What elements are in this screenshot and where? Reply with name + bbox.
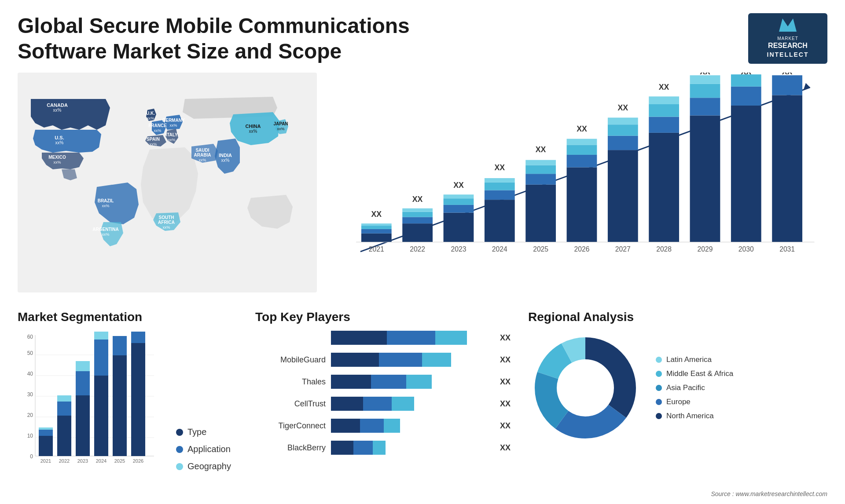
svg-text:xx%: xx%	[249, 129, 257, 134]
player-row-1: MobileGuard XX	[255, 353, 511, 367]
svg-rect-80	[649, 104, 679, 117]
legend-north-america: North America	[656, 412, 733, 420]
player-seg1-4	[331, 419, 360, 433]
svg-rect-92	[731, 74, 761, 87]
latin-america-dot	[656, 357, 662, 363]
svg-rect-45	[402, 208, 433, 212]
svg-text:2028: 2028	[656, 245, 672, 253]
svg-rect-122	[76, 395, 90, 456]
legend-type: Type	[176, 427, 231, 437]
player-seg2-1	[379, 353, 422, 367]
svg-text:xx%: xx%	[277, 127, 284, 131]
svg-rect-134	[131, 332, 145, 343]
player-seg1-1	[331, 353, 379, 367]
svg-rect-84	[690, 116, 720, 242]
svg-rect-43	[402, 217, 433, 224]
player-seg3-5	[373, 441, 386, 455]
svg-text:SPAIN: SPAIN	[147, 137, 160, 142]
svg-rect-51	[444, 195, 474, 199]
player-seg1-0	[331, 331, 387, 345]
player-name-4: TigerConnect	[255, 421, 326, 431]
svg-text:CHINA: CHINA	[246, 124, 261, 129]
player-seg3-2	[406, 375, 432, 389]
player-row-4: TigerConnect XX	[255, 419, 511, 433]
legend-geography-label: Geography	[187, 461, 231, 471]
svg-text:50: 50	[27, 350, 33, 356]
svg-rect-55	[485, 190, 515, 200]
player-label-5: XX	[500, 443, 511, 453]
svg-text:xx%: xx%	[147, 116, 154, 121]
europe-dot	[656, 399, 662, 405]
svg-rect-131	[113, 336, 127, 355]
svg-rect-63	[525, 160, 556, 165]
svg-rect-75	[608, 118, 638, 125]
svg-rect-123	[76, 371, 90, 395]
svg-text:2024: 2024	[96, 458, 107, 464]
svg-text:ARABIA: ARABIA	[194, 153, 211, 157]
player-label-3: XX	[500, 399, 511, 409]
svg-rect-68	[567, 145, 597, 155]
svg-text:2027: 2027	[615, 245, 631, 253]
svg-text:GERMANY: GERMANY	[162, 118, 184, 123]
svg-text:2030: 2030	[738, 245, 754, 253]
svg-rect-69	[567, 139, 597, 145]
svg-rect-87	[690, 75, 720, 84]
source-line: Source : www.marketresearchintellect.com	[711, 490, 827, 497]
svg-text:2031: 2031	[779, 245, 795, 253]
seg-bar-svg: 0 10 20 30 40 50 60 2021	[18, 331, 158, 471]
player-seg3-1	[422, 353, 451, 367]
svg-text:xx%: xx%	[53, 108, 62, 113]
main-content: CANADA xx% U.S. xx% MEXICO xx% BRAZIL xx…	[0, 73, 845, 301]
player-bar-2	[331, 375, 491, 389]
svg-rect-119	[57, 402, 71, 416]
svg-text:xx%: xx%	[169, 123, 177, 128]
player-row-3: CellTrust XX	[255, 397, 511, 411]
legend-application: Application	[176, 444, 231, 454]
svg-text:0: 0	[30, 453, 33, 460]
player-seg2-5	[353, 441, 373, 455]
svg-text:2025: 2025	[114, 458, 125, 464]
svg-rect-126	[94, 376, 108, 456]
latin-america-label: Latin America	[666, 355, 712, 364]
player-row-5: BlackBerry XX	[255, 441, 511, 455]
svg-text:2026: 2026	[133, 458, 143, 464]
legend-type-label: Type	[187, 427, 206, 437]
svg-rect-120	[57, 395, 71, 402]
svg-rect-57	[485, 178, 515, 183]
svg-text:2021: 2021	[40, 458, 51, 464]
svg-rect-133	[131, 343, 145, 456]
svg-rect-48	[444, 213, 474, 242]
svg-rect-95	[772, 95, 802, 242]
svg-text:XX: XX	[741, 73, 752, 76]
svg-text:SAUDI: SAUDI	[195, 148, 209, 153]
europe-label: Europe	[666, 398, 691, 406]
svg-text:XX: XX	[782, 73, 793, 76]
players-chart: XX MobileGuard XX Thales XX	[255, 331, 511, 455]
north-america-dot	[656, 413, 662, 419]
application-dot	[176, 446, 183, 453]
svg-rect-78	[649, 133, 679, 242]
svg-text:xx%: xx%	[154, 128, 161, 133]
player-seg2-0	[387, 331, 435, 345]
svg-rect-114	[39, 436, 53, 456]
player-seg1-3	[331, 397, 363, 411]
svg-text:MEXICO: MEXICO	[48, 155, 66, 160]
svg-rect-66	[567, 168, 597, 242]
regional-legend: Latin America Middle East & Africa Asia …	[656, 355, 733, 420]
svg-text:ARGENTINA: ARGENTINA	[92, 227, 118, 232]
header: Global Secure Mobile Communications Soft…	[0, 0, 845, 73]
svg-text:2022: 2022	[59, 458, 70, 464]
svg-text:AFRICA: AFRICA	[158, 220, 175, 225]
regional-section: Regional Analysis	[528, 310, 827, 504]
svg-text:xx%: xx%	[221, 158, 230, 163]
donut-chart	[528, 331, 643, 445]
svg-text:XX: XX	[577, 124, 587, 133]
svg-text:2029: 2029	[697, 245, 713, 253]
players-title: Top Key Players	[255, 310, 511, 324]
svg-rect-49	[444, 205, 474, 213]
svg-rect-38	[361, 226, 392, 229]
player-label-0: XX	[500, 333, 511, 343]
segmentation-chart-area: 0 10 20 30 40 50 60 2021	[18, 331, 238, 471]
svg-rect-42	[402, 223, 433, 242]
svg-text:xx%: xx%	[162, 225, 170, 230]
